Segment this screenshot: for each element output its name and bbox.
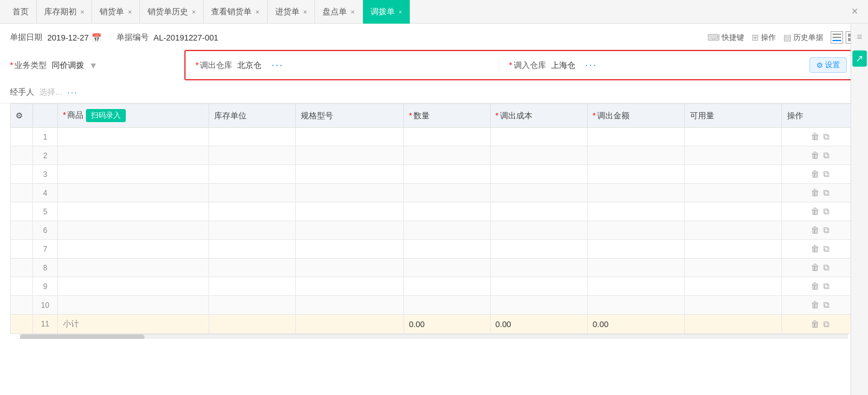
gear-icon[interactable]: ⚙ — [16, 111, 23, 120]
row-unit[interactable] — [209, 184, 296, 202]
row-product[interactable] — [58, 146, 209, 165]
copy-icon[interactable]: ⧉ — [823, 169, 829, 179]
row-product[interactable] — [58, 128, 209, 146]
row-amount[interactable] — [587, 184, 684, 202]
row-product[interactable] — [58, 221, 209, 240]
row-qty[interactable] — [403, 277, 490, 296]
delete-icon[interactable]: 🗑 — [811, 206, 819, 217]
tab-inventory-check[interactable]: 盘点单 × — [315, 0, 362, 24]
row-cost[interactable] — [490, 221, 587, 240]
row-spec[interactable] — [296, 296, 404, 315]
row-unit[interactable] — [209, 240, 296, 259]
row-spec[interactable] — [296, 259, 404, 277]
row-cost[interactable] — [490, 277, 587, 296]
tab-purchase-order-close[interactable]: × — [303, 8, 307, 16]
row-qty[interactable] — [403, 221, 490, 240]
row-amount[interactable] — [587, 277, 684, 296]
row-spec[interactable] — [296, 277, 404, 296]
delete-icon[interactable]: 🗑 — [811, 188, 819, 198]
row-cost[interactable] — [490, 165, 587, 184]
tab-view-sales-close[interactable]: × — [255, 8, 259, 16]
col-header-settings[interactable]: ⚙ — [11, 104, 33, 128]
tab-inventory-check-close[interactable]: × — [351, 8, 354, 16]
calendar-icon[interactable]: 📅 — [92, 33, 101, 42]
tab-sales-history[interactable]: 销货单历史 × — [140, 0, 204, 24]
row-amount[interactable] — [587, 202, 684, 221]
copy-icon[interactable]: ⧉ — [823, 188, 829, 198]
row-product[interactable] — [58, 240, 209, 259]
copy-icon[interactable]: ⧉ — [823, 225, 829, 236]
row-product[interactable] — [58, 184, 209, 202]
row-product[interactable] — [58, 277, 209, 296]
copy-icon[interactable]: ⧉ — [823, 262, 829, 273]
row-unit[interactable] — [209, 277, 296, 296]
row-amount[interactable] — [587, 240, 684, 259]
row-cost[interactable] — [490, 202, 587, 221]
delete-icon[interactable]: 🗑 — [811, 262, 819, 273]
tab-sales-history-close[interactable]: × — [192, 8, 196, 16]
row-product[interactable] — [58, 165, 209, 184]
copy-icon[interactable]: ⧉ — [823, 131, 829, 142]
tab-purchase-order[interactable]: 进货单 × — [268, 0, 315, 24]
tab-transfer-order-close[interactable]: × — [399, 8, 402, 16]
row-spec[interactable] — [296, 240, 404, 259]
row-amount[interactable] — [587, 296, 684, 315]
delete-icon[interactable]: 🗑 — [811, 131, 819, 142]
row-spec[interactable] — [296, 165, 404, 184]
row-spec[interactable] — [296, 128, 404, 146]
scroll-bar[interactable] — [20, 334, 848, 339]
warehouse-in-more[interactable]: ··· — [585, 60, 597, 71]
copy-icon[interactable]: ⧉ — [823, 281, 829, 292]
history-btn[interactable]: ▤ 历史单据 — [783, 32, 823, 43]
agent-more[interactable]: ··· — [67, 87, 78, 97]
row-unit[interactable] — [209, 146, 296, 165]
delete-icon[interactable]: 🗑 — [811, 244, 819, 254]
row-amount[interactable] — [587, 128, 684, 146]
operation-btn[interactable]: ⊞ 操作 — [752, 32, 776, 43]
row-product[interactable] — [58, 296, 209, 315]
row-cost[interactable] — [490, 296, 587, 315]
row-cost[interactable] — [490, 259, 587, 277]
row-amount[interactable] — [587, 146, 684, 165]
layout-list-btn[interactable] — [831, 31, 843, 44]
shortcut-btn[interactable]: ⌨ 快捷键 — [707, 32, 744, 43]
tab-inventory-init[interactable]: 库存期初 × — [37, 0, 92, 24]
row-qty[interactable] — [403, 184, 490, 202]
row-qty[interactable] — [403, 259, 490, 277]
sidebar-expand-icon[interactable]: ↗ — [852, 50, 867, 67]
row-unit[interactable] — [209, 202, 296, 221]
row-qty[interactable] — [403, 240, 490, 259]
row-amount[interactable] — [587, 165, 684, 184]
delete-icon[interactable]: 🗑 — [811, 169, 819, 179]
copy-icon[interactable]: ⧉ — [823, 244, 829, 254]
delete-icon[interactable]: 🗑 — [811, 225, 819, 236]
delete-icon[interactable]: 🗑 — [811, 150, 819, 161]
row-unit[interactable] — [209, 259, 296, 277]
row-spec[interactable] — [296, 146, 404, 165]
copy-icon[interactable]: ⧉ — [823, 206, 829, 217]
copy-icon[interactable]: ⧉ — [823, 300, 829, 310]
close-all-tabs[interactable]: × — [846, 5, 863, 18]
delete-icon[interactable]: 🗑 — [811, 319, 819, 330]
row-qty[interactable] — [403, 146, 490, 165]
scan-btn[interactable]: 扫码录入 — [86, 109, 126, 122]
tab-view-sales[interactable]: 查看销货单 × — [204, 0, 267, 24]
row-cost[interactable] — [490, 146, 587, 165]
tab-inventory-init-close[interactable]: × — [80, 8, 84, 16]
row-product[interactable] — [58, 202, 209, 221]
delete-icon[interactable]: 🗑 — [811, 281, 819, 292]
row-unit[interactable] — [209, 296, 296, 315]
row-qty[interactable] — [403, 202, 490, 221]
row-unit[interactable] — [209, 165, 296, 184]
warehouse-out-more[interactable]: ··· — [271, 60, 283, 71]
row-amount[interactable] — [587, 221, 684, 240]
business-type-dropdown[interactable]: ▼ — [89, 60, 98, 70]
agent-select[interactable]: 选择... — [39, 87, 62, 98]
row-spec[interactable] — [296, 221, 404, 240]
tab-transfer-order[interactable]: 调拨单 × — [363, 0, 410, 24]
row-cost[interactable] — [490, 184, 587, 202]
settings-button[interactable]: ⚙ 设置 — [809, 57, 847, 73]
tab-home[interactable]: 首页 — [5, 0, 37, 24]
delete-icon[interactable]: 🗑 — [811, 300, 819, 310]
row-cost[interactable] — [490, 128, 587, 146]
